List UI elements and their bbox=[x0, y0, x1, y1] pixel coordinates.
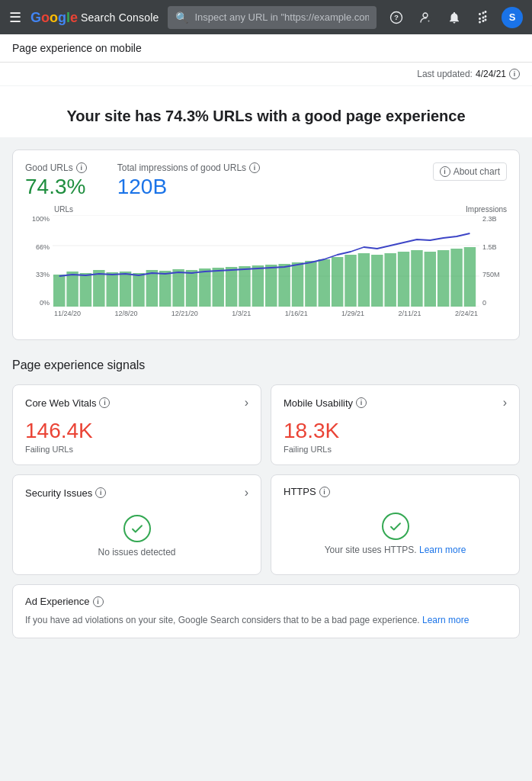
security-ok-label: No issues detected bbox=[25, 547, 248, 558]
cwv-arrow-icon[interactable]: › bbox=[245, 396, 248, 410]
x-label-8: 2/24/21 bbox=[455, 310, 478, 317]
https-info-icon[interactable]: i bbox=[319, 487, 330, 497]
svg-rect-38 bbox=[437, 250, 449, 307]
y-right-1b5: 1.5B bbox=[482, 243, 497, 251]
y-axis-left-title: URLs bbox=[54, 205, 73, 214]
good-urls-stat: Good URLs i 74.3% bbox=[25, 162, 87, 199]
svg-rect-21 bbox=[213, 268, 224, 307]
svg-rect-33 bbox=[371, 255, 383, 307]
security-issues-ok: No issues detected bbox=[25, 509, 248, 564]
ad-experience-card: Ad Experience i If you have ad violation… bbox=[12, 584, 520, 638]
impressions-value: 120B bbox=[117, 175, 260, 199]
https-title: HTTPS i bbox=[284, 486, 330, 497]
cwv-info-icon[interactable]: i bbox=[99, 397, 110, 408]
svg-rect-37 bbox=[425, 252, 436, 307]
x-label-5: 1/16/21 bbox=[285, 310, 308, 317]
last-updated-value: 4/24/21 bbox=[476, 69, 506, 79]
svg-rect-23 bbox=[239, 266, 250, 307]
cwv-value: 146.4K bbox=[25, 419, 248, 443]
good-urls-label: Good URLs i bbox=[25, 162, 87, 173]
svg-rect-10 bbox=[66, 272, 78, 307]
account-icon[interactable]: + bbox=[415, 7, 436, 28]
y-right-2b3: 2.3B bbox=[482, 215, 497, 223]
mobile-usability-title: Mobile Usability i bbox=[284, 397, 367, 409]
help-icon[interactable]: ? bbox=[386, 7, 407, 28]
ad-learn-more-link[interactable]: Learn more bbox=[422, 615, 469, 625]
security-issues-card: Security Issues i › No issues detected bbox=[12, 474, 261, 575]
y-right-750m: 750M bbox=[482, 271, 500, 278]
svg-rect-32 bbox=[358, 253, 370, 307]
impressions-stat: Total impressions of good URLs i 120B bbox=[117, 162, 260, 199]
https-learn-more-link[interactable]: Learn more bbox=[419, 545, 466, 555]
svg-rect-26 bbox=[278, 264, 290, 307]
product-name: Search Console bbox=[81, 11, 159, 24]
svg-rect-16 bbox=[146, 270, 158, 307]
svg-rect-27 bbox=[292, 262, 303, 307]
ad-experience-description: If you have ad violations on your site, … bbox=[25, 613, 507, 627]
svg-rect-22 bbox=[226, 267, 237, 307]
last-updated-info-icon[interactable]: i bbox=[509, 69, 520, 79]
svg-rect-40 bbox=[464, 247, 476, 307]
si-arrow-icon[interactable]: › bbox=[245, 486, 248, 500]
menu-icon[interactable]: ☰ bbox=[9, 9, 21, 26]
y-left-0: 0% bbox=[40, 299, 50, 307]
si-info-icon[interactable]: i bbox=[95, 487, 106, 498]
last-updated-bar: Last updated: 4/24/21 i bbox=[0, 63, 532, 86]
svg-rect-39 bbox=[450, 249, 462, 307]
svg-rect-35 bbox=[398, 252, 409, 307]
about-chart-info-icon: i bbox=[440, 166, 450, 177]
x-label-7: 2/11/21 bbox=[398, 310, 421, 317]
search-bar[interactable]: 🔍 bbox=[168, 6, 377, 29]
about-chart-button[interactable]: i About chart bbox=[433, 162, 507, 181]
stats-card: Good URLs i 74.3% Total impressions of g… bbox=[12, 149, 520, 340]
chart-container: URLs Impressions 100% 66% 33% 0% bbox=[25, 205, 507, 327]
y-axis-right-title: Impressions bbox=[466, 205, 507, 214]
logo: Google Search Console bbox=[30, 11, 159, 24]
mu-arrow-icon[interactable]: › bbox=[503, 396, 507, 410]
last-updated-label: Last updated: bbox=[417, 69, 473, 79]
apps-icon[interactable] bbox=[473, 7, 494, 28]
mu-info-icon[interactable]: i bbox=[356, 397, 367, 408]
svg-rect-19 bbox=[186, 270, 197, 307]
core-web-vitals-header: Core Web Vitals i › bbox=[25, 396, 248, 410]
y-left-33: 33% bbox=[36, 271, 50, 278]
svg-text:?: ? bbox=[394, 13, 399, 21]
main-content: Last updated: 4/24/21 i Your site has 74… bbox=[0, 63, 532, 657]
mobile-usability-card: Mobile Usability i › 18.3K Failing URLs bbox=[271, 384, 520, 465]
svg-rect-31 bbox=[345, 255, 356, 307]
impressions-info-icon[interactable]: i bbox=[249, 162, 260, 173]
svg-rect-13 bbox=[106, 272, 117, 307]
x-label-4: 1/3/21 bbox=[232, 310, 251, 317]
svg-rect-14 bbox=[120, 272, 131, 307]
chart-svg bbox=[53, 215, 479, 307]
x-label-6: 1/29/21 bbox=[341, 310, 364, 317]
signals-grid: Core Web Vitals i › 146.4K Failing URLs … bbox=[12, 384, 520, 575]
svg-rect-29 bbox=[319, 259, 330, 307]
svg-rect-25 bbox=[265, 265, 277, 307]
y-left-100: 100% bbox=[32, 215, 50, 223]
svg-text:+: + bbox=[428, 18, 431, 23]
x-label-3: 12/21/20 bbox=[171, 310, 198, 317]
stats-row: Good URLs i 74.3% Total impressions of g… bbox=[25, 162, 507, 199]
user-avatar[interactable]: S bbox=[502, 7, 523, 28]
x-label-1: 11/24/20 bbox=[54, 310, 81, 317]
page-title: Page experience on mobile bbox=[12, 42, 142, 54]
mobile-usability-header: Mobile Usability i › bbox=[284, 396, 507, 410]
y-left-66: 66% bbox=[36, 243, 50, 251]
search-input[interactable] bbox=[194, 11, 369, 23]
svg-rect-18 bbox=[172, 269, 184, 307]
security-issues-header: Security Issues i › bbox=[25, 486, 248, 500]
svg-rect-36 bbox=[411, 250, 422, 307]
notifications-icon[interactable] bbox=[444, 7, 465, 28]
good-urls-info-icon[interactable]: i bbox=[76, 162, 87, 173]
https-header: HTTPS i bbox=[284, 486, 507, 497]
ad-info-icon[interactable]: i bbox=[93, 596, 104, 607]
hero-title: Your site has 74.3% URLs with a good pag… bbox=[12, 108, 520, 125]
svg-rect-28 bbox=[305, 261, 316, 307]
svg-rect-15 bbox=[133, 273, 144, 307]
top-navigation: ☰ Google Search Console 🔍 ? + S bbox=[0, 0, 532, 34]
hero-section: Your site has 74.3% URLs with a good pag… bbox=[0, 86, 532, 137]
security-check-circle bbox=[123, 515, 151, 542]
core-web-vitals-title: Core Web Vitals i bbox=[25, 397, 110, 409]
https-card: HTTPS i Your site uses HTTPS. Learn more bbox=[271, 474, 520, 575]
